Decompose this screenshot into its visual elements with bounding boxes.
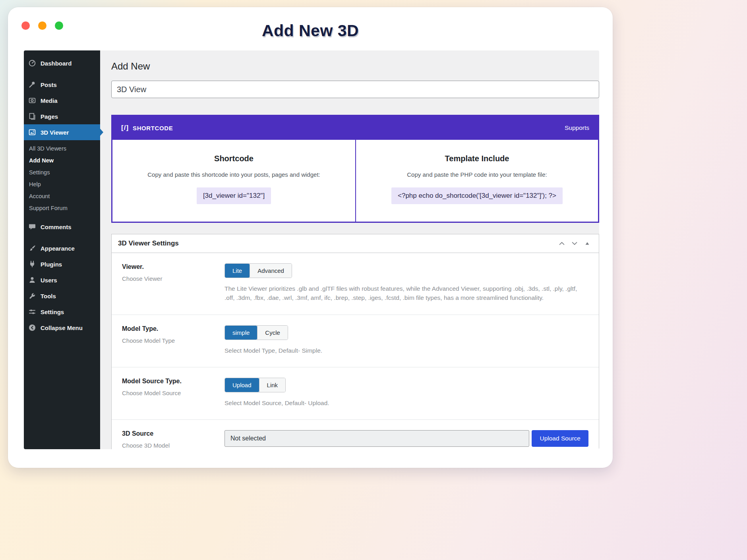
sidebar-item-label: Media [41,97,58,104]
template-include-description: Copy and paste the PHP code into your te… [367,171,587,178]
admin-sidebar: Dashboard Posts Media Pages [24,50,100,449]
submenu-item-help[interactable]: Help [24,178,100,190]
submenu-item-settings[interactable]: Settings [24,166,100,178]
sidebar-item-label: Posts [41,81,57,88]
sidebar-item-label: Comments [41,224,72,230]
sidebar-item-posts[interactable]: Posts [24,77,100,93]
model-type-option-simple[interactable]: simple [225,326,257,340]
plug-icon [28,260,36,268]
model-source-option-upload[interactable]: Upload [225,378,259,392]
sidebar-item-label: Dashboard [41,60,72,67]
pages-icon [28,112,36,120]
viewer-option-lite[interactable]: Lite [225,264,250,278]
shortcode-snippet[interactable]: [3d_viewer id="132"] [197,187,271,204]
viewer-settings-panel: 3D Viewer Settings [111,234,599,449]
viewer-settings-title: 3D Viewer Settings [118,239,179,247]
setting-sublabel: Choose Viewer [122,275,224,282]
chevron-down-icon[interactable] [571,240,578,247]
shortcode-icon: [/] [121,124,129,132]
sidebar-item-plugins[interactable]: Plugins [24,256,100,272]
sidebar-item-label: Tools [41,293,56,299]
setting-label: Viewer. [122,263,224,270]
sidebar-item-dashboard[interactable]: Dashboard [24,55,100,71]
sidebar-item-users[interactable]: Users [24,272,100,288]
collapse-arrow-icon [28,324,36,332]
user-icon [28,276,36,284]
post-title-input[interactable] [111,81,599,98]
model-source-toggle: Upload Link [224,378,286,392]
template-include-snippet[interactable]: <?php echo do_shortcode('[3d_viewer id="… [391,187,563,204]
setting-row-model-source-type: Model Source Type. Choose Model Source U… [112,367,599,419]
image-icon [28,128,36,136]
shortcode-column: Shortcode Copy and paste this shortcode … [112,140,355,222]
sidebar-item-comments[interactable]: Comments [24,219,100,235]
viewer-toggle: Lite Advanced [224,263,292,278]
sidebar-item-label: Plugins [41,261,62,268]
setting-label: Model Type. [122,325,224,332]
sidebar-item-collapse-menu[interactable]: Collapse Menu [24,320,100,336]
chevron-up-icon[interactable] [558,240,565,247]
submenu-item-support-forum[interactable]: Support Forum [24,202,100,214]
pushpin-icon [28,81,36,89]
sidebar-item-tools[interactable]: Tools [24,288,100,304]
model-type-toggle: simple Cycle [224,325,288,340]
paintbrush-icon [28,244,36,252]
admin-screen: Dashboard Posts Media Pages [24,50,599,449]
model-source-option-link[interactable]: Link [259,378,286,392]
submenu-item-add-new[interactable]: Add New [24,154,100,166]
sidebar-item-appearance[interactable]: Appearance [24,240,100,256]
setting-description: The Lite Viewer prioritizes .glb and .gl… [224,284,588,303]
setting-label: 3D Source [122,430,224,437]
setting-sublabel: Choose 3D Model [122,442,224,449]
sidebar-item-label: Settings [41,309,64,315]
sidebar-item-label: Collapse Menu [41,324,83,331]
sidebar-item-settings[interactable]: Settings [24,304,100,320]
sidebar-item-label: 3D Viewer [41,129,69,136]
shortcode-header-label: SHORTCODE [133,125,173,131]
media-icon [28,97,36,104]
sidebar-item-media[interactable]: Media [24,93,100,108]
submenu-item-all-3d-viewers[interactable]: All 3D Viewers [24,143,100,154]
shortcode-title: Shortcode [124,154,344,163]
add-new-heading: Add New [111,61,599,72]
sliders-icon [28,308,36,316]
sidebar-item-pages[interactable]: Pages [24,108,100,124]
viewer-option-advanced[interactable]: Advanced [250,264,292,278]
upload-source-button[interactable]: Upload Source [532,430,588,447]
model-type-option-cycle[interactable]: Cycle [257,326,288,340]
sidebar-item-3d-viewer[interactable]: 3D Viewer [24,124,100,140]
dashboard-icon [28,59,36,67]
setting-sublabel: Choose Model Type [122,337,224,344]
shortcode-panel-header: [/] SHORTCODE Supports [112,116,598,140]
setting-row-3d-source: 3D Source Choose 3D Model Not selected U… [112,419,599,449]
collapse-caret-icon[interactable] [584,240,591,247]
sidebar-item-label: Users [41,277,57,284]
sidebar-item-label: Appearance [41,245,75,252]
app-window: Add New 3D Dashboard Posts Media [8,7,613,468]
comment-bubble-icon [28,223,36,231]
page-background: { "window": { "title": "Add New 3D" }, "… [0,0,747,560]
template-include-title: Template Include [367,154,587,163]
wrench-icon [28,292,36,300]
source-file-field[interactable]: Not selected [224,430,529,447]
3d-viewer-submenu: All 3D Viewers Add New Settings Help Acc… [24,140,100,219]
setting-label: Model Source Type. [122,378,224,385]
setting-description: Select Model Source, Default- Upload. [224,398,588,407]
setting-sublabel: Choose Model Source [122,390,224,396]
sidebar-item-label: Pages [41,113,58,120]
shortcode-description: Copy and paste this shortcode into your … [124,171,344,178]
supports-link[interactable]: Supports [565,124,589,131]
template-include-column: Template Include Copy and paste the PHP … [355,140,598,222]
setting-description: Select Model Type, Default- Simple. [224,346,588,355]
submenu-item-account[interactable]: Account [24,190,100,202]
setting-row-viewer: Viewer. Choose Viewer Lite Advanced The … [112,253,599,315]
setting-row-model-type: Model Type. Choose Model Type simple Cyc… [112,315,599,367]
admin-content: Add New [/] SHORTCODE Supports Shortcode [100,50,599,449]
viewer-settings-header: 3D Viewer Settings [112,234,599,253]
shortcode-panel: [/] SHORTCODE Supports Shortcode Copy an… [111,115,599,223]
page-title: Add New 3D [8,21,613,40]
